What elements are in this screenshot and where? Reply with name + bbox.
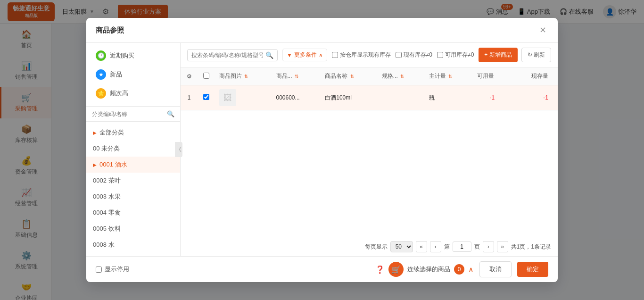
th-stock: 现存量 — [512, 67, 558, 85]
select-all-checkbox[interactable] — [203, 73, 209, 79]
product-thumbnail: 🖼 — [219, 89, 236, 106]
page-suffix: 页 — [474, 243, 480, 251]
row-image: 🖼 — [215, 85, 272, 110]
quick-frequent-label: 频次高 — [110, 89, 128, 98]
th-code-label: 商品... — [276, 73, 292, 79]
category-alcohol[interactable]: ▶ 0001 酒水 — [86, 157, 180, 173]
toolbar-right: + 新增商品 ↻ 刷新 — [479, 48, 551, 62]
category-list: ▶ 全部分类 00 未分类 ▶ 0001 酒水 0002 茶叶 — [86, 122, 180, 256]
th-settings[interactable]: ⚙ — [181, 67, 198, 85]
quick-recent[interactable]: 🕐 近期购买 — [92, 48, 174, 64]
modal-footer: 显示停用 ❓ 🛒 连续选择的商品 0 ∧ 取消 确定 — [86, 256, 558, 282]
table-row[interactable]: 1 🖼 000600... — [181, 85, 558, 110]
quick-access: 🕐 近期购买 ★ 新品 ⭐ 频次高 — [86, 43, 180, 107]
row-seq: 1 — [181, 85, 198, 110]
add-product-button[interactable]: + 新增商品 — [479, 48, 517, 62]
modal-overlay: 商品参照 ✕ 🕐 近期购买 ★ 新品 — [0, 0, 644, 300]
row-name: 白酒100ml — [320, 85, 377, 110]
total-info: 共1页，1条记录 — [511, 243, 551, 251]
category-beverage[interactable]: 0005 饮料 — [86, 221, 180, 237]
th-spec-label: 规格... — [382, 73, 398, 79]
freq-icon: ⭐ — [96, 88, 106, 99]
th-name[interactable]: 商品名称 ⇅ — [320, 67, 377, 85]
right-toolbar: 🔍 ▼ 更多条件 ∧ 按仓库显示现有库存 — [181, 43, 558, 67]
new-icon: ★ — [96, 69, 106, 80]
category-snack[interactable]: 0004 零食 — [86, 205, 180, 221]
sort-icon: ⇅ — [244, 74, 248, 79]
search-icon[interactable]: 🔍 — [265, 51, 273, 59]
more-filter-button[interactable]: ▼ 更多条件 ∧ — [282, 49, 327, 61]
refresh-button[interactable]: ↻ 刷新 — [521, 48, 551, 62]
product-search-input[interactable] — [191, 52, 263, 58]
collapse-icon: 《 — [176, 146, 182, 154]
category-search-input[interactable] — [92, 111, 164, 117]
prev-page-button[interactable]: ‹ — [430, 241, 441, 252]
first-page-button[interactable]: « — [416, 241, 427, 252]
quick-new[interactable]: ★ 新品 — [92, 67, 174, 83]
current-stock-filter[interactable]: 现有库存≠0 — [396, 51, 432, 59]
confirm-button[interactable]: 确定 — [517, 262, 548, 277]
current-stock-checkbox[interactable] — [396, 52, 402, 58]
table-header: ⚙ 商品图片 ⇅ 商品... — [181, 67, 558, 85]
category-uncategorized[interactable]: 00 未分类 — [86, 141, 180, 157]
th-available: 可用量 — [472, 67, 512, 85]
category-label: 全部分类 — [99, 128, 124, 137]
category-tea[interactable]: 0002 茶叶 — [86, 173, 180, 189]
sort-icon: ⇅ — [400, 74, 404, 79]
category-appliance[interactable]: 0010 家电 — [86, 253, 180, 256]
help-icon[interactable]: ❓ — [375, 265, 385, 274]
available-stock-filter[interactable]: 可用库存≠0 — [437, 51, 474, 59]
expand-arrow: ▶ — [93, 162, 97, 167]
by-warehouse-filter[interactable]: 按仓库显示现有库存 — [332, 51, 391, 59]
cancel-button[interactable]: 取消 — [479, 261, 512, 277]
by-warehouse-checkbox[interactable] — [332, 52, 338, 58]
disabled-checkbox-input[interactable] — [96, 267, 102, 273]
th-unit[interactable]: 主计量 ⇅ — [424, 67, 473, 85]
left-panel-collapse-button[interactable]: 《 — [175, 142, 182, 157]
cart-collapse-button[interactable]: ∧ — [468, 265, 474, 274]
modal-body: 🕐 近期购买 ★ 新品 ⭐ 频次高 — [86, 43, 558, 256]
category-label: 0001 酒水 — [99, 160, 127, 169]
th-unit-label: 主计量 — [429, 73, 446, 79]
left-panel: 🕐 近期购买 ★ 新品 ⭐ 频次高 — [86, 43, 181, 256]
stock-value: -1 — [543, 94, 548, 101]
by-warehouse-label: 按仓库显示现有库存 — [340, 51, 391, 59]
row-checkbox[interactable] — [198, 85, 215, 110]
sort-icon: ⇅ — [350, 74, 354, 79]
row-stock: -1 — [512, 85, 558, 110]
row-spec — [377, 85, 424, 110]
modal-close-button[interactable]: ✕ — [537, 25, 548, 36]
category-fruit[interactable]: 0003 水果 — [86, 189, 180, 205]
category-search-icon[interactable]: 🔍 — [167, 110, 174, 117]
cart-icon[interactable]: 🛒 — [388, 262, 404, 277]
category-all[interactable]: ▶ 全部分类 — [86, 125, 180, 141]
sort-icon: ⇅ — [295, 74, 298, 79]
filter-label: 更多条件 — [294, 51, 317, 59]
row-available: -1 — [472, 85, 512, 110]
show-disabled-checkbox[interactable]: 显示停用 — [96, 265, 129, 274]
available-stock-label: 可用库存≠0 — [445, 51, 474, 59]
th-image[interactable]: 商品图片 ⇅ — [215, 67, 272, 85]
quick-recent-label: 近期购买 — [110, 51, 134, 60]
category-label: 0002 茶叶 — [93, 176, 121, 185]
row-select-checkbox[interactable] — [203, 94, 209, 100]
recent-icon: 🕐 — [96, 50, 106, 61]
cart-count: 0 — [454, 264, 464, 275]
modal-header: 商品参照 ✕ — [86, 18, 558, 43]
page-size-label: 每页显示 — [365, 243, 388, 251]
quick-frequent[interactable]: ⭐ 频次高 — [92, 85, 174, 101]
th-code[interactable]: 商品... ⇅ — [272, 67, 321, 85]
th-name-label: 商品名称 — [325, 73, 347, 79]
next-page-button[interactable]: › — [483, 241, 494, 252]
page-size-select[interactable]: 50 — [390, 241, 413, 252]
page-number-input[interactable] — [453, 242, 471, 252]
th-spec[interactable]: 规格... ⇅ — [377, 67, 424, 85]
image-placeholder-icon: 🖼 — [223, 93, 232, 103]
page-label: 第 — [444, 243, 450, 251]
category-water[interactable]: 0008 水 — [86, 237, 180, 253]
available-stock-checkbox[interactable] — [437, 52, 443, 58]
table-body: 1 🖼 000600... — [181, 85, 558, 110]
category-label: 0008 水 — [93, 241, 115, 249]
row-code: 000600... — [272, 85, 321, 110]
last-page-button[interactable]: » — [497, 241, 508, 252]
